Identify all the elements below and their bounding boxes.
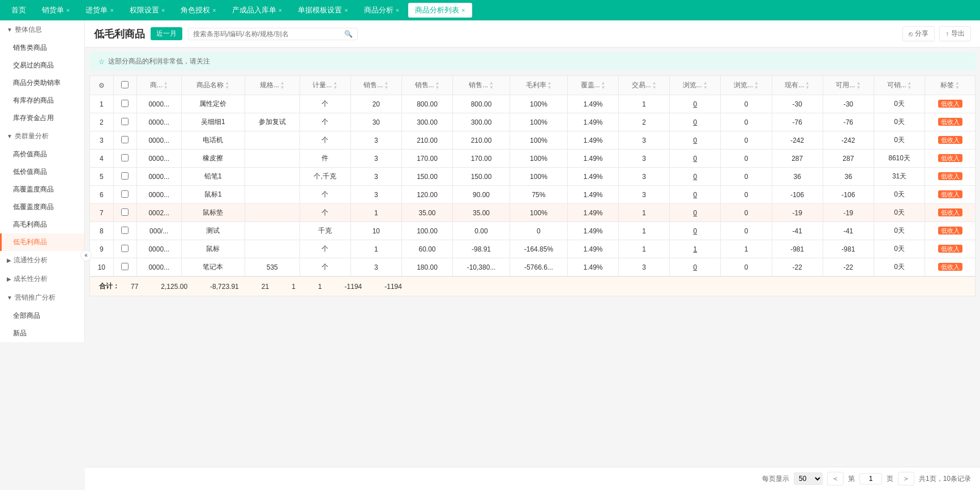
next-page-btn[interactable]: ＞ xyxy=(898,472,914,485)
cell-checkbox[interactable] xyxy=(113,95,136,113)
nav-analysis[interactable]: 商品分析× xyxy=(357,3,406,18)
cell-tag: 低收入 xyxy=(925,222,975,240)
col-checkbox-header[interactable] xyxy=(113,76,136,95)
sidebar-item-high-coverage[interactable]: 高覆盖度商品 xyxy=(0,181,84,198)
col-settings[interactable]: ⚙ xyxy=(90,76,114,95)
nav-analysis-list[interactable]: 商品分析列表× xyxy=(408,3,472,18)
cell-checkbox[interactable] xyxy=(113,222,136,240)
cell-views1[interactable]: 0 xyxy=(670,150,721,168)
sidebar-item-low-margin[interactable]: 低毛利商品 xyxy=(0,233,84,251)
col-coverage-header[interactable]: 覆盖...▲▼ xyxy=(567,76,618,95)
sidebar-item-new-products[interactable]: 新品 xyxy=(0,325,84,342)
row-checkbox[interactable] xyxy=(121,172,129,180)
nav-product-in-close[interactable]: × xyxy=(279,7,282,14)
cell-views1[interactable]: 1 xyxy=(670,240,721,258)
col-gross-margin-header[interactable]: 毛利率▲▼ xyxy=(510,76,567,95)
sidebar-item-traded-products[interactable]: 交易过的商品 xyxy=(0,57,84,74)
nav-sales[interactable]: 销货单× xyxy=(35,3,76,18)
sort-icon-available: ▲▼ xyxy=(856,81,861,90)
col-tag-header[interactable]: 标签▲▼ xyxy=(925,76,975,95)
col-current-header[interactable]: 现有...▲▼ xyxy=(772,76,823,95)
page-size-select[interactable]: 50 100 200 xyxy=(794,472,823,485)
cell-checkbox[interactable] xyxy=(113,113,136,131)
cell-checkbox[interactable] xyxy=(113,150,136,168)
nav-purchase[interactable]: 进货单× xyxy=(79,3,120,18)
col-spec-header[interactable]: 规格...▲▼ xyxy=(245,76,299,95)
col-transactions-header[interactable]: 交易...▲▼ xyxy=(619,76,670,95)
cell-current: -22 xyxy=(772,258,823,276)
col-views1-header[interactable]: 浏览...▲▼ xyxy=(670,76,721,95)
sidebar-group-growth[interactable]: ▶ 成长性分析 xyxy=(0,270,84,288)
nav-analysis-list-close[interactable]: × xyxy=(461,7,465,14)
select-all-checkbox[interactable] xyxy=(121,81,129,88)
sidebar-collapse-btn[interactable]: « xyxy=(80,250,92,261)
sidebar-item-all-products[interactable]: 全部商品 xyxy=(0,307,84,325)
sidebar-group-flow[interactable]: ▶ 流通性分析 xyxy=(0,251,84,270)
cell-checkbox[interactable] xyxy=(113,204,136,222)
row-checkbox[interactable] xyxy=(121,208,129,216)
cell-tag: 低收入 xyxy=(925,204,975,222)
row-checkbox[interactable] xyxy=(121,136,129,143)
cell-checkbox[interactable] xyxy=(113,258,136,276)
search-box[interactable]: 🔍 xyxy=(188,28,358,40)
row-checkbox[interactable] xyxy=(121,263,129,270)
col-sales-amount-header[interactable]: 销售...▲▼ xyxy=(453,76,510,95)
sidebar-group-marketing[interactable]: ▼ 营销推广分析 xyxy=(0,288,84,307)
sidebar-item-low-value[interactable]: 低价值商品 xyxy=(0,163,84,181)
row-checkbox[interactable] xyxy=(121,245,129,252)
prev-page-btn[interactable]: ＜ xyxy=(827,472,844,485)
col-code-header[interactable]: 商...▲▼ xyxy=(136,76,181,95)
sidebar-item-sales-products[interactable]: 销售类商品 xyxy=(0,39,84,57)
nav-permissions-close[interactable]: × xyxy=(161,7,165,14)
sidebar-item-high-value[interactable]: 高价值商品 xyxy=(0,146,84,163)
row-checkbox[interactable] xyxy=(121,118,129,125)
row-checkbox[interactable] xyxy=(121,227,129,234)
row-checkbox[interactable] xyxy=(121,154,129,161)
col-available-header[interactable]: 可用...▲▼ xyxy=(823,76,874,95)
sidebar-item-high-margin[interactable]: 高毛利商品 xyxy=(0,216,84,233)
sidebar-item-category-rate[interactable]: 商品分类助销率 xyxy=(0,74,84,92)
cell-saleable: 0天 xyxy=(874,240,925,258)
cell-views1[interactable]: 0 xyxy=(670,186,721,204)
col-views2-header[interactable]: 浏览...▲▼ xyxy=(721,76,772,95)
cell-views1[interactable]: 0 xyxy=(670,222,721,240)
cell-views1[interactable]: 0 xyxy=(670,95,721,113)
cell-views1[interactable]: 0 xyxy=(670,168,721,186)
nav-roles-close[interactable]: × xyxy=(212,7,216,14)
cell-views1[interactable]: 0 xyxy=(670,258,721,276)
page-input[interactable] xyxy=(859,473,882,484)
search-input[interactable] xyxy=(193,30,344,38)
cell-checkbox[interactable] xyxy=(113,186,136,204)
cell-views1[interactable]: 0 xyxy=(670,113,721,131)
share-btn[interactable]: ⎋ 分享 xyxy=(902,26,935,41)
sidebar-group-cluster[interactable]: ▼ 类群量分析 xyxy=(0,127,84,146)
time-filter-btn[interactable]: 近一月 xyxy=(151,27,182,40)
nav-roles[interactable]: 角色授权× xyxy=(174,3,222,18)
row-checkbox[interactable] xyxy=(121,100,129,107)
nav-product-in[interactable]: 产成品入库单× xyxy=(225,3,289,18)
col-unit-header[interactable]: 计量...▲▼ xyxy=(299,76,350,95)
sidebar-group-overall[interactable]: ▼ 整体信息 xyxy=(0,20,84,39)
nav-home[interactable]: 首页 xyxy=(5,3,33,18)
nav-sales-close[interactable]: × xyxy=(66,7,70,14)
sidebar-item-in-stock[interactable]: 有库存的商品 xyxy=(0,92,84,109)
nav-template[interactable]: 单据模板设置× xyxy=(291,3,354,18)
cell-checkbox[interactable] xyxy=(113,131,136,150)
row-checkbox[interactable] xyxy=(121,190,129,198)
cell-views1[interactable]: 0 xyxy=(670,131,721,150)
col-name-header[interactable]: 商品名称▲▼ xyxy=(181,76,245,95)
sidebar-item-low-coverage[interactable]: 低覆盖度商品 xyxy=(0,198,84,216)
nav-template-close[interactable]: × xyxy=(344,7,348,14)
nav-analysis-close[interactable]: × xyxy=(396,7,399,14)
col-sales-price-header[interactable]: 销售...▲▼ xyxy=(401,76,452,95)
col-saleable-header[interactable]: 可销...▲▼ xyxy=(874,76,925,95)
cell-views1[interactable]: 0 xyxy=(670,204,721,222)
nav-permissions[interactable]: 权限设置× xyxy=(123,3,172,18)
sidebar-item-stock-capital[interactable]: 库存资金占用 xyxy=(0,109,84,127)
export-btn[interactable]: ↑ 导出 xyxy=(939,26,971,41)
nav-purchase-close[interactable]: × xyxy=(110,7,113,14)
cell-checkbox[interactable] xyxy=(113,168,136,186)
cell-checkbox[interactable] xyxy=(113,240,136,258)
col-sales-qty-header[interactable]: 销售...▲▼ xyxy=(350,76,401,95)
cell-no: 3 xyxy=(90,131,114,150)
